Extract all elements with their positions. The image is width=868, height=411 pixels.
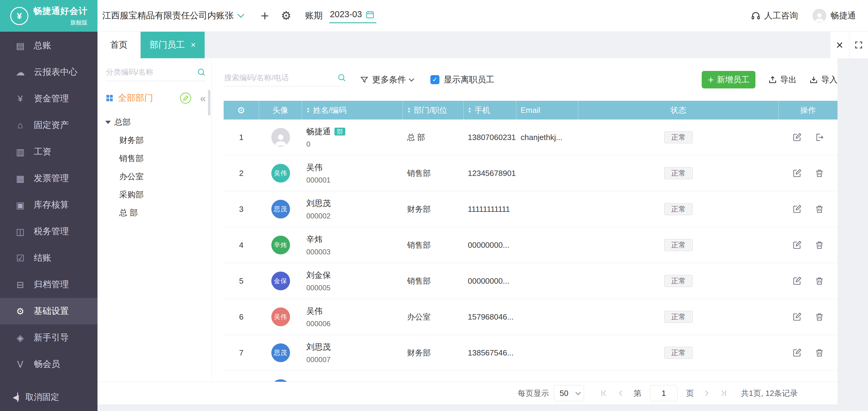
sidebar-item-tax[interactable]: ◫税务管理	[0, 218, 97, 245]
all-departments-label[interactable]: 全部部门	[118, 92, 153, 104]
tree-item[interactable]: 财务部	[105, 131, 206, 149]
col-department[interactable]: ▲▼部门/职位	[403, 101, 464, 120]
search-icon[interactable]	[337, 73, 346, 82]
brand-icon: ¥	[10, 7, 28, 25]
company-selector[interactable]: 江西服宝精品有限责任公司内账张	[102, 10, 243, 22]
support-button[interactable]: 人工咨询	[751, 10, 798, 22]
phone-cell: 11111111111	[464, 204, 517, 214]
trash-icon[interactable]	[815, 169, 824, 178]
column-settings-gear-icon[interactable]: ⚙	[224, 101, 259, 120]
chevron-down-icon	[238, 11, 245, 18]
close-all-tabs-icon[interactable]: ×	[830, 32, 849, 58]
avatar: 吴伟	[271, 308, 290, 326]
status-cell: 正常	[578, 239, 779, 251]
tree-item[interactable]: 总 部	[105, 204, 206, 222]
edit-icon[interactable]	[793, 133, 802, 142]
unpin-sidebar-button[interactable]: ◀▏ 取消固定	[0, 387, 97, 407]
first-page-button[interactable]	[600, 389, 608, 398]
page-input[interactable]: 1	[650, 385, 678, 401]
last-page-button[interactable]	[719, 389, 728, 398]
fixed-assets-icon: ⌂	[14, 120, 26, 130]
status-badge: 正常	[664, 275, 693, 287]
next-page-button[interactable]	[702, 389, 711, 398]
avatar-cell: 思茂	[259, 343, 302, 362]
col-status: 状态	[578, 101, 779, 120]
sidebar-item-inventory[interactable]: ▣库存核算	[0, 192, 97, 218]
sidebar-item-salary[interactable]: ▥工资	[0, 138, 97, 165]
collapse-panel-icon[interactable]: «	[200, 93, 206, 103]
settings-icon: ⚙	[14, 306, 26, 317]
sidebar-item-settings[interactable]: ⚙基础设置	[0, 298, 97, 324]
status-badge: 正常	[664, 167, 693, 179]
trash-icon[interactable]	[815, 241, 824, 250]
edit-icon[interactable]	[793, 204, 802, 214]
sidebar-item-member[interactable]: Ⅴ畅会员	[0, 351, 97, 378]
add-account-button[interactable]: +	[261, 9, 269, 23]
chevron-down-icon	[575, 389, 581, 395]
trash-icon[interactable]	[815, 276, 824, 285]
headset-icon	[751, 11, 761, 21]
employee-name: 刘思茂	[306, 198, 331, 209]
per-page-select[interactable]: 50	[554, 385, 584, 401]
sidebar-item-ledger[interactable]: ▤总账	[0, 32, 97, 59]
employee-name: 刘金保	[306, 270, 331, 281]
search-icon[interactable]	[197, 68, 206, 77]
grid-icon	[105, 94, 114, 102]
add-employee-button[interactable]: + 新增员工	[702, 71, 755, 88]
department-search-input[interactable]	[105, 67, 197, 77]
prev-page-button[interactable]	[617, 389, 625, 398]
period-selector[interactable]: 2023-03	[329, 8, 376, 23]
more-filters-button[interactable]: 更多条件	[360, 74, 413, 85]
sidebar-item-invoice[interactable]: ▦发票管理	[0, 165, 97, 192]
export-label: 导出	[780, 74, 797, 85]
dept-cell: 财务部	[403, 204, 464, 215]
employee-search-input[interactable]	[224, 73, 337, 83]
tree-item[interactable]: 办公室	[105, 167, 206, 186]
employee-code: 000006	[306, 320, 399, 328]
export-button[interactable]: 导出	[768, 74, 797, 85]
show-departed-checkbox[interactable]: ✓	[430, 75, 439, 84]
trash-icon[interactable]	[815, 204, 824, 214]
sidebar-item-funds[interactable]: ¥资金管理	[0, 85, 97, 112]
close-tab-icon[interactable]: ×	[191, 41, 195, 49]
edit-icon[interactable]	[793, 312, 802, 321]
col-phone[interactable]: ▲▼手机	[464, 101, 517, 120]
sort-icon[interactable]: ▲▼	[407, 107, 411, 114]
exit-icon[interactable]	[815, 133, 824, 142]
employee-code: 000005	[306, 284, 399, 292]
import-button[interactable]: 导入	[809, 74, 838, 85]
account-settings-gear-icon[interactable]: ⚙	[281, 10, 291, 22]
sidebar-item-guide[interactable]: ◈新手引导	[0, 324, 97, 351]
employee-name: 辛炜	[306, 234, 322, 245]
sidebar-item-fixed-assets[interactable]: ⌂固定资产	[0, 112, 97, 138]
table-row: 6吴伟吴伟000006办公室157968046...正常	[224, 299, 838, 335]
edit-icon[interactable]	[793, 241, 802, 250]
tree-item[interactable]: 销售部	[105, 149, 206, 167]
trash-icon[interactable]	[815, 348, 824, 357]
edit-icon[interactable]	[793, 348, 802, 357]
tab-department-employees[interactable]: 部门员工 ×	[141, 32, 205, 58]
calendar-icon	[366, 10, 375, 19]
sort-icon[interactable]: ▲▼	[468, 107, 471, 114]
edit-icon[interactable]	[793, 169, 802, 178]
user-avatar[interactable]	[812, 9, 826, 23]
phone-cell: 00000000...	[464, 241, 517, 250]
funds-icon: ¥	[14, 94, 26, 104]
sidebar-item-cloud-report[interactable]: ☁云报表中心	[0, 59, 97, 85]
trash-icon[interactable]	[815, 312, 824, 321]
fullscreen-icon[interactable]	[849, 32, 868, 58]
tab-home[interactable]: 首页	[97, 32, 141, 58]
tree-item[interactable]: 采购部	[105, 186, 206, 204]
sidebar-item-closing[interactable]: ☑结账	[0, 245, 97, 271]
edit-departments-icon[interactable]	[180, 92, 192, 104]
sort-icon[interactable]: ▲▼	[306, 107, 310, 114]
status-cell: 正常	[578, 311, 779, 323]
col-name[interactable]: ▲▼姓名/编码	[302, 101, 403, 120]
department-tree: 总部 财务部销售部办公室采购部总 部	[105, 113, 206, 222]
ledger-icon: ▤	[14, 40, 26, 51]
tree-root-item[interactable]: 总部	[105, 113, 206, 131]
employee-main: 更多条件 ✓ 显示离职员工 + 新增员工 导出	[212, 58, 838, 382]
edit-icon[interactable]	[793, 276, 802, 285]
panel-scrollbar[interactable]	[208, 90, 210, 116]
sidebar-item-archive[interactable]: ⊟归档管理	[0, 271, 97, 298]
